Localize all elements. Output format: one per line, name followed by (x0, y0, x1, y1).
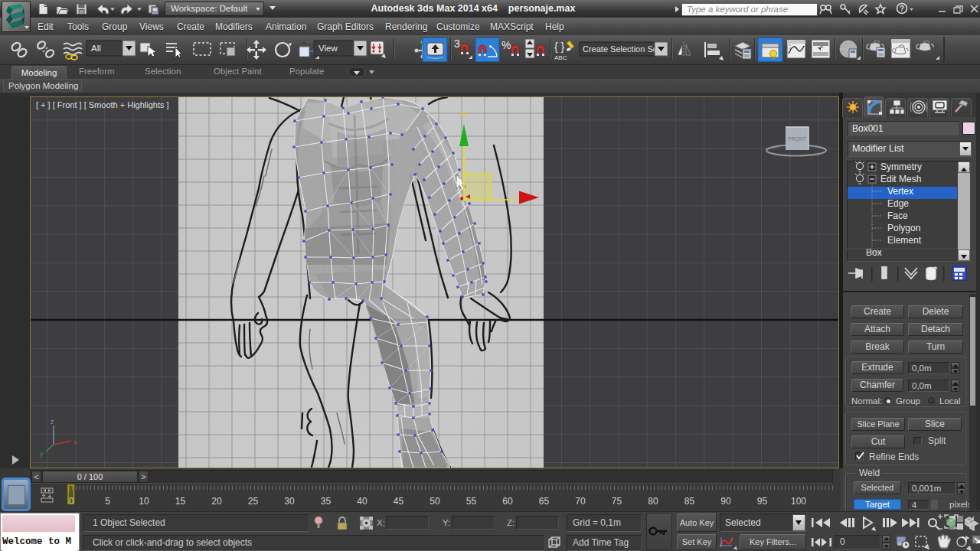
svg-text:3: 3 (454, 37, 460, 50)
svg-text:15: 15 (175, 496, 186, 507)
svg-text:ABC: ABC (554, 54, 567, 61)
svg-text:All: All (91, 44, 101, 53)
svg-text:Create Selection Se: Create Selection Se (583, 44, 658, 54)
svg-text:50: 50 (430, 496, 440, 507)
svg-text:20: 20 (211, 496, 222, 507)
svg-text:Edge: Edge (887, 198, 909, 209)
svg-text:5: 5 (105, 496, 110, 507)
svg-text:{ }: { } (554, 41, 565, 53)
svg-text:Polygon: Polygon (887, 223, 920, 233)
svg-text:80: 80 (648, 496, 658, 507)
svg-text:?: ? (900, 5, 904, 13)
svg-text:55: 55 (466, 496, 477, 507)
svg-text:y: y (40, 450, 44, 458)
svg-text:25: 25 (248, 496, 259, 507)
svg-text:65: 65 (539, 496, 550, 507)
svg-text:45: 45 (394, 496, 404, 507)
svg-text:Symmetry: Symmetry (880, 161, 922, 172)
svg-text:Edit Mesh: Edit Mesh (880, 174, 921, 184)
svg-text:30: 30 (284, 496, 295, 507)
svg-text:75: 75 (612, 496, 622, 507)
svg-text:[ + ] [ Front ] [ Smooth + Hig: [ + ] [ Front ] [ Smooth + Highlights ] (36, 100, 169, 109)
svg-text:%: % (501, 39, 511, 51)
svg-text:85: 85 (684, 496, 695, 507)
svg-text:Vertex: Vertex (887, 186, 913, 197)
svg-text:90: 90 (720, 496, 731, 507)
svg-text:z: z (51, 418, 54, 425)
svg-text:40: 40 (357, 496, 368, 507)
svg-text:View: View (318, 44, 338, 53)
svg-text:FRONT: FRONT (788, 136, 807, 142)
svg-text:Face: Face (887, 210, 908, 221)
svg-text:Element: Element (887, 235, 922, 246)
svg-text:35: 35 (321, 496, 332, 507)
svg-text:x: x (74, 439, 77, 446)
svg-text:60: 60 (502, 496, 513, 507)
svg-text:10: 10 (139, 496, 149, 507)
svg-text:100: 100 (791, 496, 806, 507)
svg-text:70: 70 (575, 496, 586, 507)
svg-text:95: 95 (757, 496, 768, 507)
